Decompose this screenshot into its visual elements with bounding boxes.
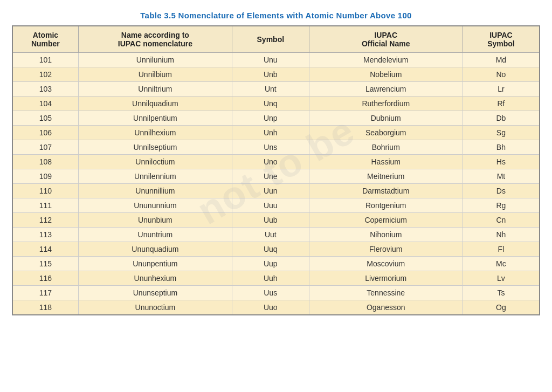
cell-iupac_symbol: Mc (463, 257, 540, 271)
cell-atomic_number: 115 (12, 257, 78, 271)
cell-atomic_number: 114 (12, 242, 78, 257)
cell-iupac_symbol: Mt (463, 169, 540, 184)
table-header: AtomicNumber Name according toIUPAC nome… (12, 26, 540, 53)
cell-symbol: Unu (232, 53, 309, 67)
cell-symbol: Uun (232, 184, 309, 198)
cell-atomic_number: 103 (12, 82, 78, 97)
cell-symbol: Une (232, 169, 309, 184)
cell-official_name: Livermorium (309, 271, 463, 286)
col-atomic-number: AtomicNumber (12, 26, 78, 53)
cell-iupac_name: Ununtrium (78, 228, 232, 242)
col-iupac-symbol: IUPACSymbol (463, 26, 540, 53)
cell-iupac_name: Ununoctium (78, 300, 232, 315)
table-row: 104UnnilquadiumUnqRutherfordiumRf (12, 97, 540, 111)
cell-iupac_name: Unniltrium (78, 82, 232, 97)
cell-iupac_name: Unnilhexium (78, 126, 232, 140)
cell-atomic_number: 109 (12, 169, 78, 184)
table-wrapper: AtomicNumber Name according toIUPAC nome… (12, 25, 540, 315)
cell-iupac_symbol: Nh (463, 228, 540, 242)
table-body: 101UnniluniumUnuMendeleviumMd102Unnilbiu… (12, 53, 540, 315)
cell-official_name: Rutherfordium (309, 97, 463, 111)
cell-iupac_name: Unniloctium (78, 155, 232, 169)
table-title: Table 3.5 Nomenclature of Elements with … (12, 11, 540, 20)
cell-atomic_number: 104 (12, 97, 78, 111)
cell-official_name: Darmstadtium (309, 184, 463, 198)
elements-table: AtomicNumber Name according toIUPAC nome… (12, 25, 540, 315)
table-row: 118UnunoctiumUuoOganessonOg (12, 300, 540, 315)
cell-official_name: Seaborgium (309, 126, 463, 140)
cell-official_name: Mendelevium (309, 53, 463, 67)
cell-atomic_number: 118 (12, 300, 78, 315)
cell-official_name: Rontgenium (309, 198, 463, 213)
table-row: 102UnnilbiumUnbNobeliumNo (12, 67, 540, 82)
cell-iupac_symbol: Og (463, 300, 540, 315)
cell-iupac_symbol: Hs (463, 155, 540, 169)
cell-iupac_name: Unnilennium (78, 169, 232, 184)
cell-iupac_symbol: No (463, 67, 540, 82)
cell-atomic_number: 113 (12, 228, 78, 242)
cell-symbol: Uub (232, 213, 309, 228)
cell-iupac_name: Unnilpentium (78, 111, 232, 126)
cell-atomic_number: 112 (12, 213, 78, 228)
cell-official_name: Hassium (309, 155, 463, 169)
cell-iupac_symbol: Sg (463, 126, 540, 140)
cell-atomic_number: 111 (12, 198, 78, 213)
cell-iupac_name: Ununhexium (78, 271, 232, 286)
cell-iupac_symbol: Rf (463, 97, 540, 111)
cell-iupac_name: Unnilunium (78, 53, 232, 67)
table-row: 106UnnilhexiumUnhSeaborgiumSg (12, 126, 540, 140)
cell-iupac_symbol: Lv (463, 271, 540, 286)
col-iupac-name: Name according toIUPAC nomenclature (78, 26, 232, 53)
cell-symbol: Uup (232, 257, 309, 271)
cell-official_name: Copernicium (309, 213, 463, 228)
cell-symbol: Uuq (232, 242, 309, 257)
table-row: 109UnnilenniumUneMeitneriumMt (12, 169, 540, 184)
cell-symbol: Uuu (232, 198, 309, 213)
cell-iupac_name: Ununnillium (78, 184, 232, 198)
cell-iupac_name: Unununnium (78, 198, 232, 213)
table-row: 108UnniloctiumUnoHassiumHs (12, 155, 540, 169)
table-row: 111UnununniumUuuRontgeniumRg (12, 198, 540, 213)
table-row: 112UnunbiumUubCoperniciumCn (12, 213, 540, 228)
cell-iupac_symbol: Fl (463, 242, 540, 257)
cell-atomic_number: 117 (12, 286, 78, 300)
cell-official_name: Nihonium (309, 228, 463, 242)
cell-iupac_symbol: Lr (463, 82, 540, 97)
table-row: 101UnniluniumUnuMendeleviumMd (12, 53, 540, 67)
cell-iupac_name: Unnilbium (78, 67, 232, 82)
cell-atomic_number: 105 (12, 111, 78, 126)
table-row: 114UnunquadiumUuqFleroviumFl (12, 242, 540, 257)
cell-official_name: Dubnium (309, 111, 463, 126)
cell-official_name: Oganesson (309, 300, 463, 315)
cell-iupac_symbol: Ts (463, 286, 540, 300)
cell-iupac_name: Ununpentium (78, 257, 232, 271)
table-row: 115UnunpentiumUupMoscoviumMc (12, 257, 540, 271)
table-row: 117UnunseptiumUusTennessineTs (12, 286, 540, 300)
table-row: 116UnunhexiumUuhLivermoriumLv (12, 271, 540, 286)
cell-official_name: Tennessine (309, 286, 463, 300)
cell-iupac_symbol: Rg (463, 198, 540, 213)
cell-symbol: Uno (232, 155, 309, 169)
col-official-name: IUPACOfficial Name (309, 26, 463, 53)
cell-symbol: Uut (232, 228, 309, 242)
cell-iupac_name: Unnilquadium (78, 97, 232, 111)
table-row: 105UnnilpentiumUnpDubniumDb (12, 111, 540, 126)
cell-symbol: Uns (232, 140, 309, 155)
cell-atomic_number: 116 (12, 271, 78, 286)
cell-atomic_number: 102 (12, 67, 78, 82)
cell-symbol: Uuo (232, 300, 309, 315)
cell-symbol: Uuh (232, 271, 309, 286)
table-row: 110UnunnilliumUunDarmstadtiumDs (12, 184, 540, 198)
cell-symbol: Unh (232, 126, 309, 140)
table-row: 103UnniltriumUntLawrenciumLr (12, 82, 540, 97)
cell-atomic_number: 110 (12, 184, 78, 198)
cell-iupac_symbol: Md (463, 53, 540, 67)
header-row: AtomicNumber Name according toIUPAC nome… (12, 26, 540, 53)
cell-atomic_number: 107 (12, 140, 78, 155)
cell-symbol: Unb (232, 67, 309, 82)
cell-symbol: Unt (232, 82, 309, 97)
cell-atomic_number: 108 (12, 155, 78, 169)
col-symbol: Symbol (232, 26, 309, 53)
cell-symbol: Uus (232, 286, 309, 300)
cell-official_name: Meitnerium (309, 169, 463, 184)
